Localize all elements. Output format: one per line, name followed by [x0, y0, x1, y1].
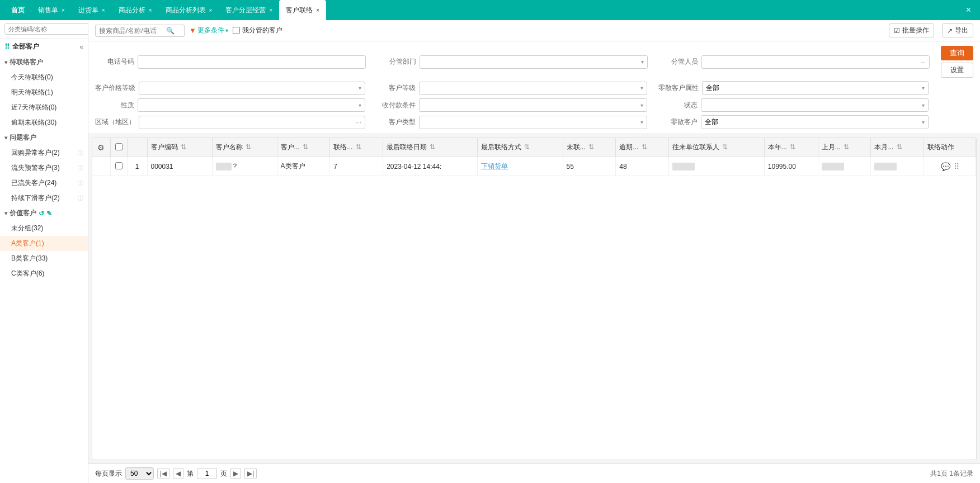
sort-icon-type[interactable]: ⇅: [303, 143, 308, 151]
chat-icon[interactable]: 💬: [941, 162, 950, 171]
filter-nature-label: 性质: [95, 101, 134, 110]
sidebar-collapse-icon[interactable]: «: [79, 43, 83, 51]
edit-icon[interactable]: ✎: [46, 210, 52, 217]
refresh-icon[interactable]: ↺: [39, 210, 44, 217]
filter-customer-type-select[interactable]: ▾: [419, 116, 647, 129]
sort-icon-method[interactable]: ⇅: [524, 143, 530, 151]
filter-row-1: 电话号码 分管部门 ▾ 分管人员 ··· 查询 设置: [95, 46, 973, 78]
tab-customer-tier-close[interactable]: ×: [269, 7, 272, 13]
filter-phone-input[interactable]: [138, 55, 366, 69]
tab-customer-tier[interactable]: 客户分层经营 ×: [219, 0, 279, 20]
sort-icon-year[interactable]: ⇅: [790, 143, 795, 151]
grid-icon: ⠿: [4, 42, 10, 51]
sidebar-group-value-title[interactable]: ▾ 价值客户 ↺ ✎: [0, 206, 88, 221]
sidebar-item-unclassified[interactable]: 未分组(32): [0, 221, 88, 236]
filter-row-4: 区域（地区） ··· 客户类型 ▾ 零散客户 全部 ▾: [95, 115, 973, 129]
sidebar-item-declining[interactable]: 持续下滑客户(2) ⓘ: [0, 191, 88, 206]
sort-icon-name[interactable]: ⇅: [246, 143, 251, 151]
row-num: 1: [127, 157, 147, 176]
sidebar-group-pending-title[interactable]: ▾ 待联络客户: [0, 55, 88, 70]
filter-retail-attr-select[interactable]: 全部 ▾: [702, 81, 929, 95]
tab-goods-analysis[interactable]: 商品分析 ×: [112, 0, 159, 20]
sort-icon-contacts[interactable]: ⇅: [722, 143, 728, 151]
tab-purchase-close[interactable]: ×: [102, 7, 105, 13]
sort-icon-last-month[interactable]: ⇅: [844, 143, 849, 151]
query-btn[interactable]: 查询: [941, 46, 973, 60]
sidebar-item-repurchase-abnormal[interactable]: 回购异常客户(2) ⓘ: [0, 145, 88, 160]
export-icon: ↗: [947, 27, 953, 35]
row-select-checkbox[interactable]: [115, 162, 123, 169]
filter-search-input[interactable]: [99, 27, 166, 35]
name-placeholder: [216, 163, 232, 171]
sidebar-all-customers-label[interactable]: 全部客户: [12, 42, 39, 51]
filter-more-btn[interactable]: ▼ 更多条件 ▾: [189, 26, 228, 35]
sidebar-item-today[interactable]: 今天待联络(0): [0, 70, 88, 85]
select-all-checkbox[interactable]: [115, 143, 123, 150]
pagination: 每页显示 50 20 100 |◀ ◀ 第 页 ▶ ▶|: [95, 467, 257, 480]
row-actions: 💬 ⠿: [924, 157, 976, 176]
sidebar-item-week[interactable]: 近7天待联络(0): [0, 100, 88, 115]
sort-icon-uncontacted[interactable]: ⇅: [588, 143, 594, 151]
info-icon-3: ⓘ: [78, 179, 83, 187]
tab-home[interactable]: 首页: [4, 0, 31, 20]
sidebar-item-class-c[interactable]: C类客户(6): [0, 266, 88, 281]
row-overdue: 48: [616, 157, 669, 176]
page-number-input[interactable]: [197, 468, 217, 479]
batch-op-btn[interactable]: ☑ 批量操作: [889, 23, 934, 37]
row-settings: [92, 157, 110, 176]
sidebar-search-input[interactable]: [4, 23, 88, 35]
my-customers-checkbox[interactable]: 我分管的客户: [233, 26, 282, 35]
my-customers-check[interactable]: [233, 27, 240, 34]
filter-manager-select[interactable]: ···: [701, 55, 930, 69]
sort-icon-this-month[interactable]: ⇅: [897, 143, 902, 151]
export-btn[interactable]: ↗ 导出: [942, 23, 973, 37]
per-page-select[interactable]: 50 20 100: [125, 467, 154, 480]
filter-nature-select[interactable]: ▾: [138, 98, 365, 112]
sidebar-item-churn-warning[interactable]: 流失预警客户(3) ⓘ: [0, 160, 88, 176]
filter-retail-customer-select[interactable]: 全部 ▾: [701, 115, 929, 129]
tab-goods-list-close[interactable]: ×: [209, 7, 213, 13]
tab-goods-analysis-close[interactable]: ×: [149, 7, 152, 13]
sidebar-item-class-a[interactable]: A类客户(1): [0, 236, 88, 251]
nav-close-all[interactable]: ×: [962, 5, 976, 15]
sidebar-item-overdue[interactable]: 逾期未联络(30): [0, 115, 88, 130]
sort-icon-contact[interactable]: ⇅: [356, 143, 361, 151]
filter-dept-select[interactable]: ▾: [420, 55, 648, 69]
tab-goods-list[interactable]: 商品分析列表 ×: [159, 0, 219, 20]
tab-sales-close[interactable]: ×: [62, 7, 65, 13]
filter-bar: 🔍 ▼ 更多条件 ▾ 我分管的客户 ☑ 批量操作 ↗ 导出: [88, 20, 980, 41]
first-page-btn[interactable]: |◀: [157, 468, 169, 479]
filter-search-icon[interactable]: 🔍: [166, 27, 175, 35]
tab-customer-tier-label: 客户分层经营: [225, 6, 266, 15]
filter-customer-level-select[interactable]: ▾: [419, 82, 647, 95]
filter-price-level-select[interactable]: ▾: [139, 82, 365, 95]
tab-sales[interactable]: 销售单 ×: [31, 0, 72, 20]
filter-payment-select[interactable]: ▾: [419, 98, 647, 112]
tab-purchase[interactable]: 进货单 ×: [72, 0, 112, 20]
contact-method-link[interactable]: 下销货单: [481, 162, 508, 170]
batch-op-label: 批量操作: [902, 26, 929, 35]
sidebar-group-problem-title[interactable]: ▾ 问题客户: [0, 130, 88, 145]
grid-action-icon[interactable]: ⠿: [954, 162, 959, 171]
bottom-bar: 每页显示 50 20 100 |◀ ◀ 第 页 ▶ ▶| 共1页 1条记录: [88, 463, 980, 483]
prev-page-btn[interactable]: ◀: [173, 468, 183, 479]
sort-icon-overdue[interactable]: ⇅: [642, 143, 647, 151]
table-settings-icon[interactable]: ⚙: [97, 143, 105, 152]
payment-arrow: ▾: [640, 102, 643, 108]
settings-btn[interactable]: 设置: [941, 63, 973, 78]
next-page-btn[interactable]: ▶: [230, 468, 241, 479]
filter-region-select[interactable]: ···: [139, 116, 365, 129]
tab-customer-contact-close[interactable]: ×: [316, 7, 319, 13]
filter-icon: ▼: [189, 26, 196, 35]
sidebar-item-tomorrow[interactable]: 明天待联络(1): [0, 85, 88, 100]
sort-icon-code[interactable]: ⇅: [181, 143, 186, 151]
last-page-btn[interactable]: ▶|: [244, 468, 257, 479]
sort-icon-date[interactable]: ⇅: [430, 143, 435, 151]
retail-customer-value: 全部: [705, 117, 718, 127]
retail-customer-arrow: ▾: [922, 119, 925, 125]
sidebar-item-churned[interactable]: 已流失客户(24) ⓘ: [0, 176, 88, 191]
filter-status-select[interactable]: ▾: [701, 98, 929, 112]
tab-customer-contact[interactable]: 客户联络 ×: [279, 0, 326, 20]
table-header-row: ⚙ 客户编码 ⇅ 客户名称 ⇅: [92, 138, 976, 157]
sidebar-item-class-b[interactable]: B类客户(33): [0, 251, 88, 266]
